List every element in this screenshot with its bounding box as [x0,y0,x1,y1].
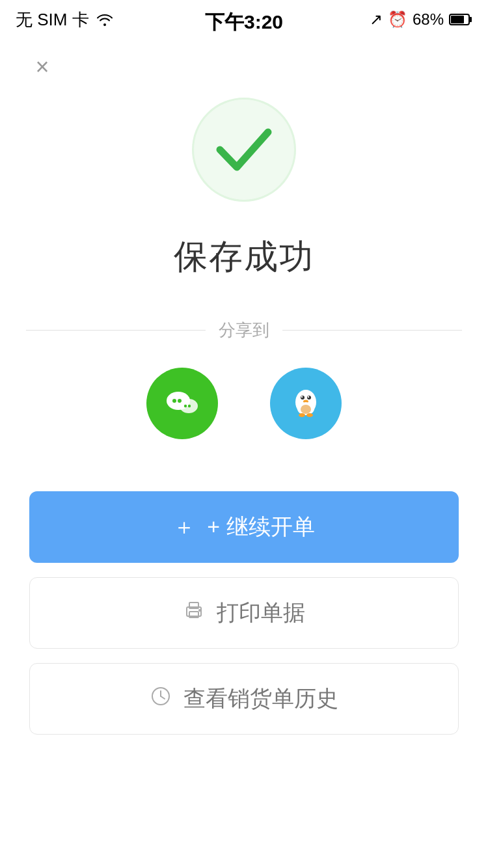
svg-point-4 [172,399,176,403]
close-icon: × [35,55,49,79]
carrier-text: 无 SIM 卡 [16,8,89,31]
clock-icon [150,685,172,712]
print-button[interactable]: 打印单据 [29,577,459,649]
plus-icon: ＋ [173,512,195,542]
continue-button[interactable]: ＋ + 继续开单 [29,491,459,563]
svg-line-26 [161,696,165,699]
share-label: 分享到 [206,319,282,342]
history-label: 查看销货单历史 [183,684,338,714]
battery-icon [449,13,472,26]
share-section: 分享到 [0,319,488,439]
status-time: 下午3:20 [205,9,283,36]
battery-text: 68% [413,10,444,29]
svg-point-12 [307,396,311,400]
alarm-icon: ⏰ [388,10,407,29]
wechat-share-button[interactable] [146,368,218,439]
svg-point-17 [301,405,311,414]
main-content: 保存成功 分享到 [0,39,488,735]
status-carrier: 无 SIM 卡 [16,8,114,31]
svg-rect-1 [469,17,472,22]
svg-point-5 [178,399,182,403]
svg-point-13 [301,396,302,397]
svg-point-11 [301,396,305,400]
qq-share-button[interactable] [270,368,342,439]
checkmark-icon [215,127,273,172]
svg-point-23 [198,609,201,612]
svg-point-14 [307,396,308,397]
svg-point-18 [299,413,305,417]
share-icons [0,368,488,439]
share-line-right [282,330,462,331]
status-bar: 无 SIM 卡 下午3:20 ↗ ⏰ 68% [0,0,488,39]
print-label: 打印单据 [217,598,305,628]
printer-icon [183,599,205,627]
wechat-icon [161,383,204,425]
location-icon: ↗ [370,10,383,29]
svg-point-7 [183,404,186,407]
history-button[interactable]: 查看销货单历史 [29,663,459,735]
share-line-left [26,330,206,331]
svg-point-19 [306,413,313,417]
share-divider: 分享到 [0,319,488,342]
svg-point-8 [187,404,190,407]
success-title: 保存成功 [174,234,314,280]
qq-icon [285,383,327,425]
wifi-icon [96,13,114,26]
action-buttons: ＋ + 继续开单 打印单据 [29,491,459,735]
svg-rect-2 [451,16,464,23]
success-circle [192,98,296,202]
close-button[interactable]: × [26,51,59,83]
status-right: ↗ ⏰ 68% [370,10,472,29]
continue-label: + 继续开单 [207,512,314,542]
